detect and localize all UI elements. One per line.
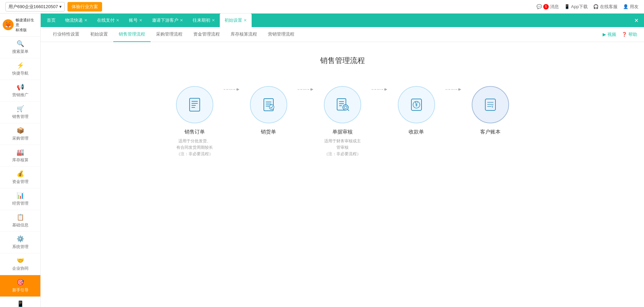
sidebar-item-new-guide[interactable]: 🎯 新手引导 (0, 275, 40, 297)
service-label: 在线客服 (600, 4, 618, 10)
sidebar-item-marketing-promo[interactable]: 📢 营销推广 (0, 80, 40, 102)
step-label-doc-audit: 单据审核 (332, 129, 353, 135)
service-icon: 🎧 (593, 4, 599, 9)
logo-text: 畅捷通好生意 标准版 (16, 18, 38, 32)
user-selector[interactable]: 用户690企业1660120507 ▾ (5, 2, 65, 12)
user-avatar-item[interactable]: 👤 用友 (623, 4, 639, 10)
flow-step-receipt[interactable]: ¥ 收款单 (389, 86, 444, 138)
sidebar-item-label: 企业协同 (12, 266, 28, 271)
arrow-2 (296, 86, 315, 117)
sidebar-item-basic-info[interactable]: 📋 基础信息 (0, 210, 40, 232)
sub-tab-sales-flow[interactable]: 销售管理流程 (113, 27, 151, 42)
finance-icon: 💰 (17, 170, 24, 178)
svg-text:¥: ¥ (491, 105, 493, 108)
service-item[interactable]: 🎧 在线客服 (593, 4, 618, 10)
main-layout: 🦊 畅捷通好生意 标准版 🔍 搜索菜单 ⚡ 快捷导航 📢 营销推广 🛒 销售管理… (0, 14, 644, 307)
step-label-sales-order: 销售订单 (184, 129, 205, 135)
sidebar-item-enterprise-collab[interactable]: 🤝 企业协同 (0, 253, 40, 275)
tab-logistics-label: 物流快递 (65, 17, 83, 23)
tab-logistics[interactable]: 物流快递 ✕ (60, 14, 92, 27)
content-area: 首页 物流快递 ✕ 在线支付 ✕ 账号 ✕ 邀请下游客户 ✕ 往来期初 ✕ (41, 14, 644, 307)
flow-step-sales-order[interactable]: 销售订单 适用于分批发货、有合同发货周期较长（注：非必要流程） (168, 86, 222, 158)
tab-invite-downstream[interactable]: 邀请下游客户 ✕ (147, 14, 188, 27)
tab-payment[interactable]: 在线支付 ✕ (92, 14, 124, 27)
arrow-3 (370, 86, 389, 117)
sub-tab-purchase-flow[interactable]: 采购管理流程 (151, 27, 188, 42)
help-link[interactable]: ❓ 帮助 (622, 32, 637, 38)
tab-account[interactable]: 账号 ✕ (124, 14, 147, 27)
sub-tab-finance-flow[interactable]: 资金管理流程 (188, 27, 225, 42)
sidebar-item-search[interactable]: 🔍 搜索菜单 (0, 37, 40, 58)
flow-circle-receipt: ¥ (398, 86, 435, 123)
step-label-sales-invoice: 销货单 (261, 129, 276, 135)
sidebar-item-sales-mgmt[interactable]: 🛒 销售管理 (0, 102, 40, 123)
sub-tab-init[interactable]: 初始设置 (85, 27, 113, 42)
help-icon: ❓ (622, 32, 627, 37)
quick-nav-icon: ⚡ (17, 62, 24, 69)
flow-step-customer-account[interactable]: ¥ 客户账本 (463, 86, 518, 138)
sub-tabs-right: ▶ 视频 ❓ 帮助 (603, 32, 637, 38)
arrow-1 (222, 86, 241, 117)
tab-logistics-close[interactable]: ✕ (84, 18, 87, 23)
basic-info-icon: 📋 (17, 213, 24, 221)
app-center-icon: 📱 (17, 300, 24, 307)
message-item[interactable]: 💬 6 消息 (536, 4, 559, 10)
sidebar-item-ops-mgmt[interactable]: 📊 经营管理 (0, 188, 40, 210)
tab-payment-label: 在线支付 (97, 17, 115, 23)
flow-steps: 销售订单 适用于分批发货、有合同发货周期较长（注：非必要流程） (61, 86, 624, 158)
sidebar-item-quick-nav[interactable]: ⚡ 快捷导航 (0, 58, 40, 80)
flow-title: 销售管理流程 (61, 56, 624, 66)
sidebar-item-purchase-mgmt[interactable]: 📦 采购管理 (0, 123, 40, 145)
top-header-right: 💬 6 消息 📱 App下载 🎧 在线客服 👤 用友 (536, 4, 639, 10)
system-icon: ⚙️ (17, 235, 24, 243)
tab-prior-label: 往来期初 (193, 17, 210, 23)
sidebar-item-label: 营销推广 (12, 92, 28, 98)
tab-prior-close[interactable]: ✕ (212, 18, 215, 23)
sidebar-item-label: 快捷导航 (12, 70, 28, 76)
flow-step-doc-audit[interactable]: 单据审核 适用于财务审核或主管审核（注：非必要流程） (315, 86, 370, 158)
tab-home[interactable]: 首页 (42, 14, 60, 27)
logo-icon: 🦊 (3, 19, 14, 30)
arrow-4 (444, 86, 463, 117)
svg-marker-31 (385, 88, 387, 91)
sales-icon: 🛒 (17, 105, 24, 112)
tab-init-settings[interactable]: 初始设置 ✕ (220, 14, 252, 27)
svg-marker-9 (237, 88, 239, 91)
app-download-label: App下载 (571, 4, 588, 10)
app-download-icon: 📱 (564, 4, 570, 9)
inventory-icon: 🏭 (17, 148, 24, 156)
sidebar-item-system-mgmt[interactable]: ⚙️ 系统管理 (0, 232, 40, 253)
search-icon: 🔍 (17, 40, 24, 47)
tab-invite-close[interactable]: ✕ (180, 18, 183, 23)
sidebar-item-label: 基础信息 (12, 222, 28, 228)
user-label: 用户690企业1660120507 (8, 4, 58, 10)
marketing-icon: 📢 (17, 83, 24, 91)
sub-tab-inventory-flow[interactable]: 库存核算流程 (225, 27, 262, 42)
video-help-link[interactable]: ▶ 视频 (603, 32, 616, 38)
sidebar-item-label: 新手引导 (12, 287, 28, 293)
app-download-item[interactable]: 📱 App下载 (564, 4, 588, 10)
message-icon: 💬 (536, 4, 542, 9)
top-header: 用户690企业1660120507 ▾ 体验行业方案 💬 6 消息 📱 App下… (0, 0, 644, 14)
sidebar-item-label: 采购管理 (12, 136, 28, 141)
ops-icon: 📊 (17, 192, 24, 199)
svg-point-24 (343, 105, 348, 110)
tab-init-close[interactable]: ✕ (243, 18, 247, 23)
step-desc-sales-order: 适用于分批发货、有合同发货周期较长（注：非必要流程） (176, 138, 213, 158)
tab-payment-close[interactable]: ✕ (116, 18, 119, 23)
sidebar-item-app-center[interactable]: 📱 应用中心 (0, 297, 40, 307)
flow-circle-customer-account: ¥ (472, 86, 509, 123)
sub-tab-industry[interactable]: 行业特性设置 (47, 27, 85, 42)
tab-account-close[interactable]: ✕ (139, 18, 142, 23)
sub-tabs: 行业特性设置 初始设置 销售管理流程 采购管理流程 资金管理流程 库存核算流程 (41, 27, 644, 42)
tab-account-label: 账号 (129, 17, 138, 23)
sidebar-item-finance-mgmt[interactable]: 💰 资金管理 (0, 167, 40, 188)
tab-prior-period[interactable]: 往来期初 ✕ (188, 14, 220, 27)
experience-button[interactable]: 体验行业方案 (67, 2, 102, 12)
sidebar-item-label: 搜索菜单 (12, 49, 28, 55)
flow-step-sales-invoice[interactable]: 销货单 (241, 86, 296, 138)
sidebar-item-inventory[interactable]: 🏭 库存核算 (0, 145, 40, 167)
sub-tab-marketing-flow[interactable]: 营销管理流程 (262, 27, 300, 42)
nav-tabs: 首页 物流快递 ✕ 在线支付 ✕ 账号 ✕ 邀请下游客户 ✕ 往来期初 ✕ (41, 14, 644, 27)
close-all-tabs[interactable]: ✕ (630, 17, 643, 24)
